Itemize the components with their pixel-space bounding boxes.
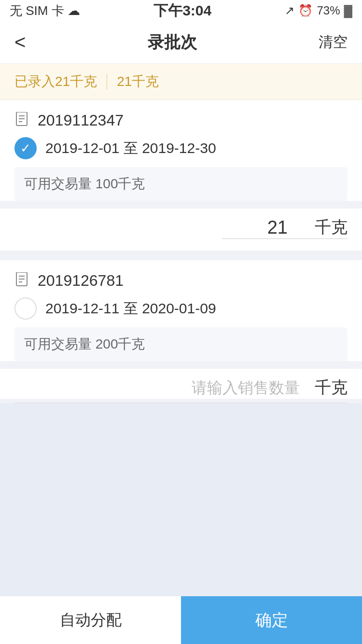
- bottom-bar: 自动分配 确定: [0, 596, 362, 644]
- clear-button[interactable]: 清空: [319, 32, 348, 52]
- total-quantity-label: 21千克: [117, 72, 159, 91]
- section-gap-1: [0, 251, 362, 260]
- auto-distribute-button[interactable]: 自动分配: [0, 596, 181, 644]
- nav-bar: < 录批次 清空: [0, 21, 362, 64]
- batch-1-header: 2019112347: [14, 112, 348, 129]
- page-title: 录批次: [148, 31, 197, 54]
- batch-item-2: 2019126781 2019-12-11 至 2020-01-09 可用交易量…: [0, 260, 362, 361]
- batch-2-available: 可用交易量 200千克: [14, 327, 348, 361]
- status-bar: 无 SIM 卡 ☁ 下午3:04 ↗ ⏰ 73% ▓: [0, 0, 362, 21]
- batch-2-input-row[interactable]: 千克: [0, 369, 362, 399]
- status-left: 无 SIM 卡 ☁: [10, 2, 80, 19]
- batch-1-quantity-value: 21: [267, 217, 288, 238]
- recorded-label: 已录入21千克: [14, 72, 97, 91]
- batch-1-date: 2019-12-01 至 2019-12-30: [45, 139, 216, 158]
- batch-2-header: 2019126781: [14, 272, 348, 290]
- status-time: 下午3:04: [153, 1, 211, 21]
- empty-area: [0, 403, 362, 596]
- info-banner: 已录入21千克 21千克: [0, 64, 362, 100]
- batch-1-radio[interactable]: [14, 137, 37, 159]
- batch-1-available: 可用交易量 100千克: [14, 167, 348, 201]
- batch-2-date-row[interactable]: 2019-12-11 至 2020-01-09: [14, 297, 348, 320]
- batch-1-icon: [14, 112, 32, 129]
- batch-2-id: 2019126781: [38, 272, 124, 290]
- batch-2-date: 2019-12-11 至 2020-01-09: [45, 299, 216, 319]
- batch-2-icon: [14, 272, 32, 290]
- battery-label: 73%: [317, 4, 340, 17]
- batch-1-quantity-unit: 千克: [315, 216, 348, 238]
- batch-2-unit: 千克: [315, 377, 348, 399]
- status-right: ↗ ⏰ 73% ▓: [285, 4, 352, 17]
- back-button[interactable]: <: [14, 31, 26, 53]
- alarm-icon: ⏰: [298, 4, 313, 17]
- batch-2-radio[interactable]: [14, 297, 37, 320]
- battery-icon: ▓: [344, 4, 353, 17]
- location-icon: ↗: [285, 4, 294, 17]
- batch-1-id: 2019112347: [38, 112, 124, 129]
- batch-2-quantity-input[interactable]: [14, 379, 307, 397]
- batch-1-quantity-row: 21 千克: [0, 209, 362, 238]
- batch-item-1: 2019112347 2019-12-01 至 2019-12-30 可用交易量…: [0, 100, 362, 201]
- sim-label: 无 SIM 卡 ☁: [10, 2, 80, 19]
- banner-divider: [107, 74, 107, 89]
- confirm-button[interactable]: 确定: [181, 596, 362, 644]
- batch-1-date-row[interactable]: 2019-12-01 至 2019-12-30: [14, 137, 348, 159]
